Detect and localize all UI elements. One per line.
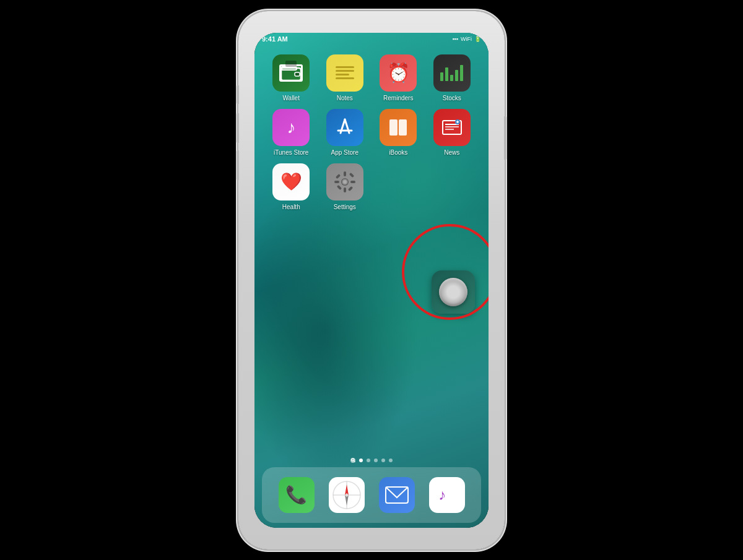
status-time: 9:41 AM: [262, 35, 288, 43]
wallet-icon: [272, 54, 310, 92]
svg-text:♪: ♪: [438, 486, 446, 503]
assistive-touch-button[interactable]: [432, 270, 475, 314]
appstore-icon: [326, 109, 363, 146]
health-icon: ❤️: [272, 163, 310, 200]
stocks-icon: [433, 54, 471, 92]
dock: 📞: [262, 467, 481, 523]
page-dot-4[interactable]: [381, 459, 385, 462]
svg-rect-22: [337, 184, 342, 189]
svg-rect-1: [281, 67, 297, 70]
status-bar: 9:41 AM ▪▪▪ WiFi 🔋: [254, 33, 489, 45]
health-label: Health: [282, 204, 300, 210]
page-dot-2[interactable]: [367, 459, 370, 462]
stocks-label: Stocks: [443, 95, 461, 101]
app-notes[interactable]: Notes: [321, 54, 370, 101]
reminders-icon: ⏰: [380, 54, 417, 92]
app-wallet[interactable]: Wallet: [267, 54, 316, 101]
wallet-label: Wallet: [283, 95, 300, 101]
volume-up-button[interactable]: [237, 113, 239, 143]
volume-down-button[interactable]: [237, 150, 239, 180]
wifi-icon: WiFi: [461, 36, 472, 42]
app-itunes[interactable]: ♪ iTunes Store: [267, 109, 316, 156]
phone-screen: 9:41 AM ▪▪▪ WiFi 🔋: [254, 33, 489, 528]
svg-rect-16: [344, 171, 346, 176]
settings-icon: [326, 163, 363, 200]
page-dot-5[interactable]: [389, 459, 393, 462]
dock-safari[interactable]: [329, 477, 365, 513]
app-health[interactable]: ❤️ Health: [267, 163, 316, 210]
app-ibooks[interactable]: iBooks: [374, 109, 423, 156]
homescreen: 9:41 AM ▪▪▪ WiFi 🔋: [254, 33, 489, 528]
svg-line-27: [354, 461, 355, 462]
app-appstore[interactable]: App Store: [321, 109, 370, 156]
page-indicators: [254, 458, 489, 463]
app-news[interactable]: News: [428, 109, 477, 156]
phone-dock-icon: 📞: [279, 477, 315, 513]
svg-rect-20: [336, 173, 341, 178]
appstore-label: App Store: [331, 149, 358, 156]
dock-mail[interactable]: [379, 477, 415, 513]
page-dot-3[interactable]: [374, 459, 378, 462]
svg-rect-2: [295, 72, 300, 76]
svg-rect-6: [389, 119, 398, 136]
safari-dock-icon: [329, 477, 365, 513]
search-indicator: [350, 458, 355, 463]
itunes-label: iTunes Store: [274, 149, 308, 156]
sleep-button[interactable]: [504, 116, 506, 160]
signal-icon: ▪▪▪: [452, 36, 458, 42]
svg-rect-21: [348, 186, 353, 191]
svg-point-25: [343, 180, 347, 184]
svg-rect-17: [344, 187, 346, 192]
svg-rect-18: [334, 181, 339, 183]
notes-icon: [326, 54, 363, 92]
ibooks-label: iBooks: [389, 149, 407, 156]
app-stocks[interactable]: Stocks: [428, 54, 477, 101]
svg-rect-7: [399, 119, 407, 136]
assistive-touch-circle: [439, 278, 467, 306]
dock-music[interactable]: ♪: [429, 477, 465, 513]
mail-dock-icon: [379, 477, 415, 513]
app-settings[interactable]: Settings: [321, 163, 370, 210]
status-icons: ▪▪▪ WiFi 🔋: [452, 36, 481, 42]
svg-rect-23: [349, 172, 354, 177]
dock-phone[interactable]: 📞: [279, 477, 315, 513]
itunes-icon: ♪: [272, 109, 310, 146]
music-dock-icon: ♪: [429, 477, 465, 513]
notes-label: Notes: [337, 95, 353, 101]
news-icon: [433, 109, 471, 146]
svg-rect-19: [350, 181, 355, 183]
mute-button[interactable]: [237, 85, 239, 104]
page-dot-1[interactable]: [359, 459, 363, 462]
app-reminders[interactable]: ⏰ Reminders: [374, 54, 423, 101]
settings-label: Settings: [334, 204, 356, 210]
svg-rect-0: [281, 68, 301, 80]
battery-icon: 🔋: [474, 36, 481, 42]
app-grid: Wallet Notes ⏰: [254, 45, 489, 220]
reminders-label: Reminders: [383, 95, 413, 101]
news-label: News: [444, 149, 459, 156]
ibooks-icon: [380, 109, 417, 146]
phone-frame: 9:41 AM ▪▪▪ WiFi 🔋: [238, 11, 505, 549]
